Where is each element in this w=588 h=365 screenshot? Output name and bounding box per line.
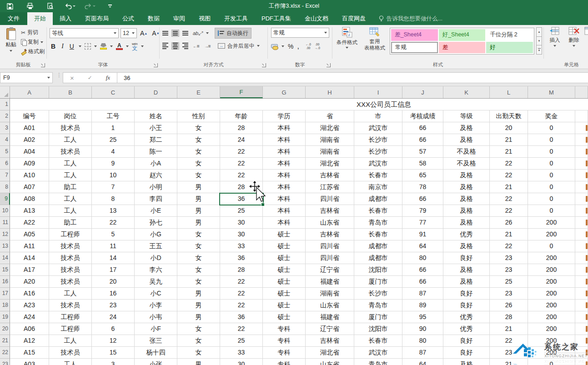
cell-partial-19[interactable] — [575, 311, 588, 323]
cell-G20[interactable]: 专科 — [263, 323, 306, 335]
row-header-6[interactable]: 6 — [0, 158, 10, 170]
cell-L19[interactable]: 28 — [490, 311, 528, 323]
style-好_Sheet4[interactable]: 好_Sheet4 — [439, 29, 486, 41]
cell-I11[interactable]: 青岛市 — [354, 217, 402, 229]
cut-button[interactable]: ✂剪切 — [21, 28, 45, 37]
cell-M10[interactable]: 0 — [528, 205, 575, 217]
cell-K18[interactable]: 良好 — [443, 300, 490, 311]
cell-L13[interactable]: 22 — [490, 240, 528, 252]
cell-B22[interactable]: 技术员 — [49, 347, 92, 359]
cell-E7[interactable]: 女 — [177, 170, 220, 181]
cell-partial-23[interactable] — [575, 359, 588, 365]
cell-H19[interactable]: 福建省 — [306, 311, 354, 323]
enter-icon[interactable]: ✓ — [88, 75, 92, 81]
cell-C4[interactable]: 25 — [92, 134, 135, 146]
cell-G3[interactable]: 本科 — [263, 122, 306, 134]
cell-D9[interactable]: 李四 — [135, 193, 177, 205]
conditional-formatting-button[interactable]: ≠ 条件格式 — [334, 27, 360, 49]
tab-审阅[interactable]: 审阅 — [166, 12, 192, 25]
cell-J14[interactable]: 80 — [402, 252, 443, 264]
column-header-M[interactable]: M — [528, 86, 575, 98]
clipboard-dialog-launcher[interactable] — [41, 63, 45, 67]
tab-百度网盘[interactable]: 百度网盘 — [335, 12, 372, 25]
cancel-icon[interactable]: × — [70, 74, 74, 82]
cell-K9[interactable]: 及格 — [443, 193, 490, 205]
row-header-18[interactable]: 18 — [0, 300, 10, 311]
cell-H18[interactable]: 山东省 — [306, 300, 354, 311]
borders-icon[interactable] — [85, 43, 91, 50]
cell-H8[interactable]: 江苏省 — [306, 181, 354, 193]
cell-A17[interactable]: A16 — [10, 288, 49, 300]
column-header-F[interactable]: F — [220, 86, 263, 98]
style-常规[interactable]: 常规 — [391, 42, 438, 54]
row-header-3[interactable]: 3 — [0, 122, 10, 134]
fill-color-icon[interactable] — [100, 43, 107, 50]
row-header-9[interactable]: 9 — [0, 193, 10, 205]
cell-partial-17[interactable] — [575, 288, 588, 300]
cell-A5[interactable]: A04 — [10, 146, 49, 158]
cell-J16[interactable]: 66 — [402, 276, 443, 288]
cell-F17[interactable]: 22 — [220, 288, 263, 300]
font-color-icon[interactable]: A — [116, 43, 123, 50]
cell-M11[interactable]: 200 — [528, 217, 575, 229]
cell-M8[interactable]: 0 — [528, 181, 575, 193]
tab-数据[interactable]: 数据 — [141, 12, 166, 25]
cell-I20[interactable]: 沈阳市 — [354, 323, 402, 335]
cell-J18[interactable]: 89 — [402, 300, 443, 311]
cell-M22[interactable]: 200 — [528, 347, 575, 359]
cell-E3[interactable]: 女 — [177, 122, 220, 134]
insert-cells-button[interactable]: 插入 — [547, 27, 563, 47]
print-preview-icon[interactable] — [40, 0, 60, 12]
align-left-icon[interactable] — [161, 42, 169, 50]
cell-G11[interactable]: 本科 — [263, 217, 306, 229]
cell-A10[interactable]: A13 — [10, 205, 49, 217]
cell-H5[interactable]: 湖南省 — [306, 146, 354, 158]
cell-C12[interactable]: 5 — [92, 229, 135, 240]
cell-D2[interactable]: 姓名 — [135, 110, 177, 122]
cell-L5[interactable]: 21 — [490, 146, 528, 158]
cell-E12[interactable]: 女 — [177, 229, 220, 240]
tab-PDF工具集[interactable]: PDF工具集 — [255, 12, 298, 25]
cell-H13[interactable]: 四川省 — [306, 240, 354, 252]
cell-D15[interactable]: 李六 — [135, 264, 177, 276]
formula-input[interactable]: 36 — [117, 72, 588, 83]
cell-A19[interactable]: A24 — [10, 311, 49, 323]
cell-G14[interactable]: 硕士 — [263, 252, 306, 264]
cell-A20[interactable]: A06 — [10, 323, 49, 335]
cell-I22[interactable]: 武汉市 — [354, 347, 402, 359]
cell-B16[interactable]: 技术员 — [49, 276, 92, 288]
cell-D10[interactable]: 小E — [135, 205, 177, 217]
cell-E17[interactable]: 男 — [177, 288, 220, 300]
cell-I4[interactable]: 长沙市 — [354, 134, 402, 146]
cell-M19[interactable]: 200 — [528, 311, 575, 323]
style-千位分隔 2[interactable]: 千位分隔 2 — [486, 29, 533, 41]
cell-C5[interactable]: 4 — [92, 146, 135, 158]
column-header-K[interactable]: K — [443, 86, 490, 98]
cell-J20[interactable]: 90 — [402, 323, 443, 335]
cell-B19[interactable]: 工程师 — [49, 311, 92, 323]
cell-G19[interactable]: 硕士 — [263, 311, 306, 323]
cell-I15[interactable]: 沈阳市 — [354, 264, 402, 276]
cell-E11[interactable]: 男 — [177, 217, 220, 229]
column-header-H[interactable]: H — [306, 86, 354, 98]
font-name-combo[interactable]: 等线 — [50, 28, 119, 38]
cell-C15[interactable]: 17 — [92, 264, 135, 276]
cell-F5[interactable]: 22 — [220, 146, 263, 158]
cell-K3[interactable]: 及格 — [443, 122, 490, 134]
cell-E21[interactable]: 女 — [177, 335, 220, 347]
align-bottom-icon[interactable] — [181, 30, 189, 37]
cell-H4[interactable]: 湖南省 — [306, 134, 354, 146]
cell-F3[interactable]: 28 — [220, 122, 263, 134]
cell-C21[interactable]: 12 — [92, 335, 135, 347]
cell-J17[interactable]: 87 — [402, 288, 443, 300]
row-header-23[interactable]: 23 — [0, 359, 10, 365]
cell-L3[interactable]: 20 — [490, 122, 528, 134]
cell-L15[interactable]: 23 — [490, 264, 528, 276]
cell-C17[interactable]: 16 — [92, 288, 135, 300]
cell-K6[interactable]: 不及格 — [443, 158, 490, 170]
cell-G9[interactable]: 本科 — [263, 193, 306, 205]
gallery-up-icon[interactable]: ▲ — [536, 27, 542, 37]
cell-L18[interactable]: 26 — [490, 300, 528, 311]
cell-A13[interactable]: A11 — [10, 240, 49, 252]
cell-E23[interactable]: 男 — [177, 359, 220, 365]
